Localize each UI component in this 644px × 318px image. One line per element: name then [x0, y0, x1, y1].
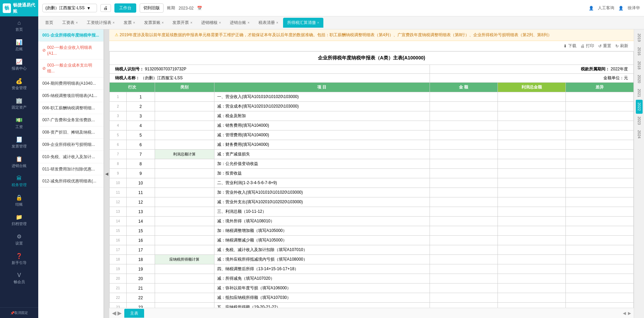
- row-profit[interactable]: [498, 159, 565, 169]
- row-amount[interactable]: [430, 121, 498, 130]
- row-amount[interactable]: [430, 245, 498, 255]
- workspace-btn[interactable]: 工作台: [114, 3, 136, 13]
- nav-tab-发票[interactable]: 发票 ×: [120, 18, 139, 28]
- row-diff[interactable]: [565, 159, 633, 169]
- year-item-2018[interactable]: 2018: [636, 58, 643, 72]
- row-diff[interactable]: [565, 150, 633, 159]
- left-panel-item-012[interactable]: 012-减免所得税优惠明细表(...: [38, 175, 103, 188]
- tab-close[interactable]: ×: [113, 21, 115, 25]
- row-amount[interactable]: [430, 92, 498, 102]
- row-diff[interactable]: [565, 207, 633, 217]
- row-amount[interactable]: [430, 264, 498, 274]
- row-profit[interactable]: [498, 121, 565, 130]
- row-profit[interactable]: [498, 274, 565, 284]
- tab-close[interactable]: ×: [276, 21, 278, 25]
- row-profit[interactable]: [498, 217, 565, 226]
- sidebar-item-fixed[interactable]: 🏢固定资产: [0, 94, 38, 113]
- row-profit[interactable]: [498, 150, 565, 159]
- row-amount[interactable]: [430, 255, 498, 264]
- sidebar-item-close[interactable]: 🔒结账: [0, 191, 38, 210]
- row-profit[interactable]: [498, 293, 565, 303]
- row-profit[interactable]: [498, 264, 565, 274]
- row-diff[interactable]: [565, 293, 633, 303]
- row-diff[interactable]: [565, 140, 633, 150]
- row-amount[interactable]: [430, 111, 498, 121]
- year-item-2020[interactable]: 2020: [636, 72, 643, 86]
- left-panel-item-008[interactable]: 008-资产折旧、摊销及纳税...: [38, 126, 103, 139]
- sidebar-item-purchase[interactable]: 📋进销台账: [0, 152, 38, 172]
- year-item-2023[interactable]: 2023: [636, 114, 643, 127]
- row-diff[interactable]: [565, 226, 633, 236]
- row-profit[interactable]: [498, 188, 565, 197]
- row-diff[interactable]: [565, 303, 633, 308]
- row-amount[interactable]: [430, 207, 498, 217]
- year-item-2024[interactable]: 2024: [636, 127, 643, 141]
- calendar-icon[interactable]: 📅: [197, 6, 202, 11]
- switch-btn[interactable]: 切到旧版: [140, 3, 164, 13]
- row-profit[interactable]: [498, 303, 565, 308]
- row-diff[interactable]: [565, 284, 633, 293]
- sidebar-unfix-btn[interactable]: 📌 取消固定: [0, 307, 38, 318]
- row-amount[interactable]: [430, 159, 498, 169]
- row-diff[interactable]: [565, 102, 633, 111]
- row-amount[interactable]: [430, 178, 498, 188]
- row-profit[interactable]: [498, 197, 565, 207]
- row-diff[interactable]: [565, 245, 633, 255]
- row-amount[interactable]: [430, 226, 498, 236]
- row-amount[interactable]: [430, 169, 498, 178]
- sidebar-item-ledger[interactable]: 📊总账: [0, 36, 38, 55]
- tab-close[interactable]: ×: [219, 21, 221, 25]
- reset-btn[interactable]: ↺ 重置: [598, 43, 611, 49]
- sidebar-item-settings[interactable]: ⚙设置: [0, 230, 38, 249]
- row-diff[interactable]: [565, 92, 633, 102]
- sidebar-item-archive[interactable]: 📁归档管理: [0, 210, 38, 230]
- left-panel-item-011[interactable]: 011-研发费用加计扣除优惠...: [38, 163, 103, 176]
- row-amount[interactable]: [430, 217, 498, 226]
- nav-tab-工资统计报表[interactable]: 工资统计报表 ×: [83, 18, 119, 28]
- left-panel-item-001[interactable]: 001-企业所得税年度纳税申报...: [38, 29, 103, 42]
- tab-close[interactable]: ×: [162, 21, 164, 25]
- nav-tab-发票开票[interactable]: 发票开票 ×: [168, 18, 196, 28]
- row-diff[interactable]: [565, 236, 633, 245]
- sidebar-item-report[interactable]: 📈报表中心: [0, 55, 38, 74]
- row-amount[interactable]: [430, 284, 498, 293]
- row-amount[interactable]: [430, 140, 498, 150]
- sidebar-item-home[interactable]: ⌂首页: [0, 16, 38, 36]
- row-amount[interactable]: [430, 130, 498, 140]
- row-profit[interactable]: [498, 178, 565, 188]
- row-amount[interactable]: [430, 274, 498, 284]
- year-item-2021[interactable]: 2021: [636, 86, 643, 100]
- row-diff[interactable]: [565, 217, 633, 226]
- row-diff[interactable]: [565, 255, 633, 264]
- bottom-tab-主表[interactable]: 主表: [124, 309, 144, 318]
- row-amount[interactable]: [430, 102, 498, 111]
- year-item-2019[interactable]: 2019: [636, 31, 643, 44]
- left-panel-item-005[interactable]: 005-纳税调整项目明细表(A1...: [38, 90, 103, 102]
- row-amount[interactable]: [430, 197, 498, 207]
- row-diff[interactable]: [565, 264, 633, 274]
- left-panel-item-010[interactable]: 010-免税、减计收入及加计...: [38, 151, 103, 163]
- tab-close[interactable]: ×: [190, 21, 192, 25]
- row-profit[interactable]: [498, 169, 565, 178]
- left-panel-item-007[interactable]: 007-广告费和业务宣传费跌...: [38, 114, 103, 126]
- row-profit[interactable]: [498, 130, 565, 140]
- user-service-label[interactable]: 人工客询: [598, 5, 614, 11]
- row-diff[interactable]: [565, 188, 633, 197]
- sidebar-item-invoice[interactable]: 🧾发票管理: [0, 133, 38, 152]
- sidebar-item-guide[interactable]: ❓新手引导: [0, 249, 38, 269]
- refresh-btn[interactable]: ↻ 刷新: [615, 43, 628, 49]
- row-amount[interactable]: [430, 236, 498, 245]
- row-diff[interactable]: [565, 178, 633, 188]
- sidebar-item-member[interactable]: V畅会员: [0, 269, 38, 288]
- year-item-2022[interactable]: 2022: [636, 100, 643, 113]
- sidebar-item-tax[interactable]: 🏛税务管理: [0, 172, 38, 191]
- row-diff[interactable]: [565, 130, 633, 140]
- left-panel-item-009[interactable]: 009-企业所得税补亏损明细...: [38, 139, 103, 151]
- print-btn[interactable]: 🖨 打印: [580, 43, 594, 49]
- scroll-right-2[interactable]: ▶: [628, 311, 631, 316]
- row-profit[interactable]: [498, 255, 565, 264]
- left-panel-item-006[interactable]: 006-职工薪酬纳税调整明细...: [38, 102, 103, 114]
- row-amount[interactable]: [430, 150, 498, 159]
- nav-left-icon[interactable]: ◀: [112, 310, 116, 316]
- row-profit[interactable]: [498, 207, 565, 217]
